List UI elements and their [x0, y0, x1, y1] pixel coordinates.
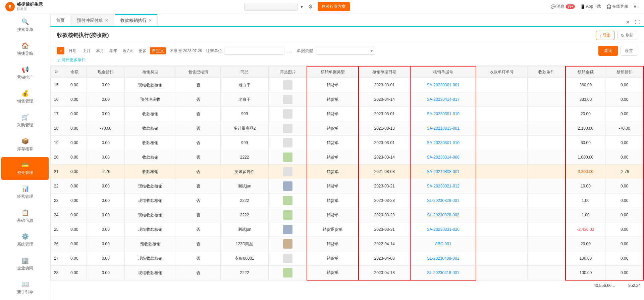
bill-no-link[interactable]: SA-20230321-012 — [427, 184, 460, 188]
sidebar-item-finance[interactable]: 💳 资金管理 — [1, 157, 49, 180]
td-balance: 0.00 — [62, 194, 87, 208]
th-goods: 商品 — [220, 66, 269, 78]
sidebar-item-sales[interactable]: 💰 销售管理 — [1, 86, 49, 108]
td-balance: 0.00 — [62, 237, 87, 251]
filter-row-1: » 日期 上月 本月 本年 近7天 更多 自定义 不限 至 2023-07-26 — [57, 46, 637, 56]
td-bill-no[interactable]: ABC-001 — [410, 237, 476, 251]
td-goods: 2222 — [220, 150, 269, 165]
date-pill-7days[interactable]: 近7天 — [121, 47, 135, 54]
td-bill-no[interactable]: SA-20230301-010 — [410, 136, 476, 150]
td-cancel-amount: 60.00 — [566, 136, 605, 150]
td-cancel-amount: 20.00 — [566, 237, 605, 251]
td-bill-date: 2023-03-01 — [359, 136, 410, 150]
date-pill-this-month[interactable]: 本月 — [94, 47, 106, 54]
refresh-btn[interactable]: ↻ 刷新 — [617, 31, 637, 40]
td-bill-date: 2023-04-14 — [359, 92, 410, 107]
td-cancel-discount: 0.00 — [605, 251, 644, 266]
td-bill-type: 销货单 — [307, 136, 359, 150]
date-pill-more[interactable]: 更多 — [137, 47, 149, 54]
td-bill-no[interactable]: SA-20210813-001 — [410, 121, 476, 136]
td-cancel-type: 现结收款核销 — [125, 222, 176, 237]
industry-btn[interactable]: 休验行业方案 — [318, 2, 350, 11]
search-input[interactable] — [244, 3, 298, 11]
chevron-down-icon[interactable]: ▾ — [301, 4, 303, 9]
bill-no-link[interactable]: SL-20230408-001 — [427, 256, 459, 261]
sidebar-item-system[interactable]: ⚙️ 系统管理 — [1, 229, 49, 251]
export-btn[interactable]: ↑ 导出 — [596, 31, 614, 40]
tab-prepay[interactable]: 预付冲应付单 ✕ — [71, 14, 114, 26]
tab-close-btn[interactable]: ✕ — [624, 18, 632, 26]
td-bill-no[interactable]: SL-20230408-001 — [410, 251, 476, 266]
bill-no-link[interactable]: SA-20230301-001 — [427, 83, 460, 87]
app-download-btn[interactable]: 📱 App下载 — [580, 4, 601, 9]
sidebar-item-purchase[interactable]: 🛒 采购管理 — [1, 110, 49, 132]
bill-no-link[interactable]: SA-20230301-010 — [427, 112, 460, 116]
data-table: ⚙ 余额 现金折扣 核销类型 包含已结清 商品 商品图片 核销单据类型 核销单据… — [50, 66, 644, 281]
td-bill-date: 2023-04-18 — [359, 266, 410, 280]
bill-no-link[interactable]: ABC-001 — [435, 242, 451, 246]
td-cancel-amount: 100.00 — [566, 251, 605, 266]
td-bill-no[interactable]: SA-20230301-010 — [410, 107, 476, 121]
td-bill-no[interactable]: SL-20230418-001 — [410, 266, 476, 280]
filter-billtype-select[interactable] — [315, 47, 375, 55]
td-bill-no[interactable]: SA-20230321-012 — [410, 179, 476, 194]
tab-receipt-close[interactable]: ✕ — [149, 18, 152, 23]
sidebar-item-inventory[interactable]: 📦 库存核算 — [1, 133, 49, 156]
purchase-icon: 🛒 — [21, 114, 29, 121]
sidebar-item-marketing[interactable]: 📢 营销推广 — [1, 62, 49, 84]
filter-partner-input[interactable] — [224, 47, 284, 55]
td-bill-no[interactable]: SA-20230331-026 — [410, 222, 476, 237]
user-name[interactable]: Rit — [634, 4, 639, 9]
tab-prepay-close[interactable]: ✕ — [105, 18, 108, 23]
sidebar-item-search[interactable]: 🔍 搜索菜单 — [1, 14, 49, 37]
td-goods-img — [269, 78, 307, 92]
td-bill-no[interactable]: SL-20230328-001 — [410, 194, 476, 208]
bill-no-link[interactable]: SA-20230314-008 — [427, 155, 460, 160]
td-bill-no[interactable]: SA-20210808-001 — [410, 165, 476, 179]
expand-more-conditions-btn[interactable]: ∨ 展开更多条件 — [57, 57, 637, 63]
sidebar-label-system: 系统管理 — [17, 242, 33, 247]
bill-no-link[interactable]: SL-20230418-001 — [427, 270, 459, 275]
th-settings[interactable]: ⚙ — [51, 66, 62, 78]
td-cash-discount: 0.00 — [87, 237, 125, 251]
td-goods-img — [269, 179, 307, 194]
td-row-no: 24 — [51, 208, 62, 222]
online-service-btn[interactable]: 🎧 在线客服 — [606, 4, 628, 9]
tab-receipt[interactable]: 收款核销执行 ✕ — [115, 14, 158, 26]
page-header-actions: ↑ 导出 ↻ 刷新 — [596, 31, 637, 40]
date-pill-last-month[interactable]: 上月 — [80, 47, 93, 54]
td-bill-no[interactable]: SA-20230314-008 — [410, 150, 476, 165]
td-bill-type: 销货单 — [307, 150, 359, 165]
bill-no-link[interactable]: SA-20230301-010 — [427, 140, 460, 145]
td-bill-type: 销货单 — [307, 208, 359, 222]
tab-fullscreen-btn[interactable]: ⛶ — [633, 18, 641, 26]
filter-toggle-btn[interactable]: » — [57, 47, 64, 54]
bill-no-link[interactable]: SL-20230328-002 — [427, 213, 459, 217]
bill-no-link[interactable]: SL-20230328-001 — [427, 198, 459, 203]
gear-icon[interactable]: ⚙ — [306, 2, 315, 11]
td-bill-no[interactable]: SA-20230414-017 — [410, 92, 476, 107]
settings-btn[interactable]: 设置 — [621, 46, 637, 56]
bill-no-link[interactable]: SA-20230331-026 — [427, 227, 460, 232]
td-row-no: 27 — [51, 251, 62, 266]
bill-no-link[interactable]: SA-20230414-017 — [427, 97, 460, 102]
td-bill-no[interactable]: SA-20230301-001 — [410, 78, 476, 92]
tab-home[interactable]: 首页 — [50, 14, 70, 26]
bill-no-link[interactable]: SA-20210808-001 — [427, 169, 460, 174]
sidebar-item-guide[interactable]: 📖 新手引导 — [1, 276, 49, 299]
td-bill-no[interactable]: SL-20230328-002 — [410, 208, 476, 222]
td-receipt-cond — [527, 222, 566, 237]
sidebar-item-quick[interactable]: 🏠 快捷导航 — [1, 38, 49, 60]
message-btn[interactable]: 💬 消息 99+ — [551, 4, 575, 9]
home-icon: 🏠 — [21, 42, 29, 49]
query-btn[interactable]: 查询 — [598, 46, 618, 56]
td-bill-date: 2021-08-13 — [359, 121, 410, 136]
sidebar-item-operations[interactable]: 📊 经营管理 — [1, 181, 49, 204]
filter-partner-dots[interactable]: ... — [286, 48, 293, 54]
date-pill-custom[interactable]: 自定义 — [150, 47, 166, 54]
table-header-row: ⚙ 余额 现金折扣 核销类型 包含已结清 商品 商品图片 核销单据类型 核销单据… — [51, 66, 644, 78]
sidebar-item-corp[interactable]: 🏢 企业协同 — [1, 253, 49, 275]
sidebar-item-basic[interactable]: 📋 基础信息 — [1, 205, 49, 227]
date-pill-this-year[interactable]: 本年 — [107, 47, 119, 54]
bill-no-link[interactable]: SA-20210813-001 — [427, 126, 460, 131]
